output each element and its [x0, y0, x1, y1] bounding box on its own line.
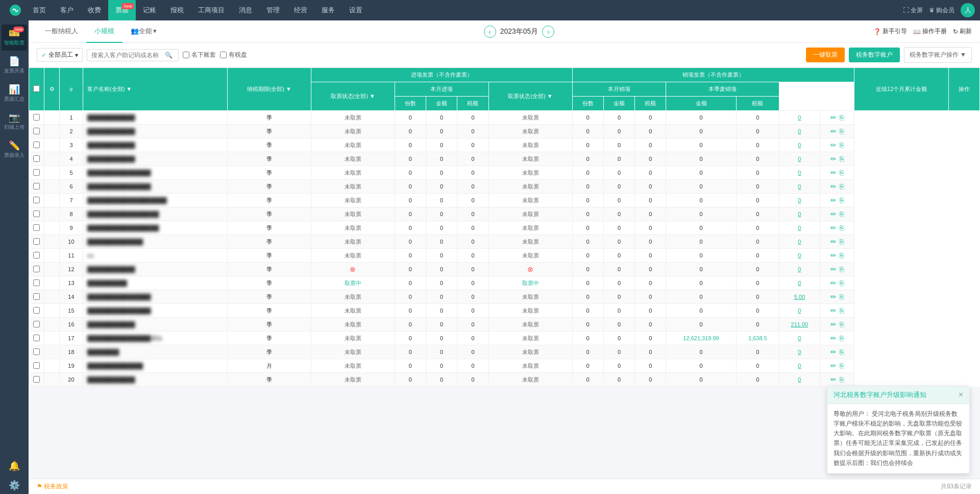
edit-icon[interactable]: ✏	[830, 196, 837, 204]
row-checkbox[interactable]	[33, 348, 40, 355]
customer-name-cell[interactable]: ████████████████通知	[83, 332, 227, 345]
customer-name-cell[interactable]: ████████████	[83, 152, 227, 166]
edit-icon[interactable]: ✏	[830, 155, 837, 163]
nav-customer[interactable]: 客户	[53, 0, 81, 20]
copy-icon[interactable]: ⎘	[840, 251, 844, 260]
customer-name-cell[interactable]: ██████████████████	[83, 221, 227, 235]
account-checkbox-label[interactable]: 名下账套	[183, 51, 216, 59]
search-icon[interactable]: 🔍	[165, 52, 173, 59]
copy-icon[interactable]: ⎘	[840, 113, 844, 122]
tab-small-scale[interactable]: 小规模	[86, 20, 122, 43]
row-checkbox[interactable]	[33, 114, 40, 121]
next-month-button[interactable]: ›	[542, 26, 554, 38]
customer-name-cell[interactable]: ████████████	[83, 125, 227, 138]
in-status-header[interactable]: 取票状态(全部) ▼	[311, 82, 395, 111]
nav-service[interactable]: 服务	[314, 0, 342, 20]
copy-icon[interactable]: ⎘	[840, 155, 844, 163]
customer-name-cell[interactable]: ██████████████████	[83, 207, 227, 221]
row-checkbox[interactable]	[33, 169, 40, 176]
digital-account-ops-button[interactable]: 税务数字账户操作 ▼	[904, 47, 972, 63]
copy-icon[interactable]: ⎘	[840, 279, 844, 287]
edit-icon[interactable]: ✏	[830, 293, 837, 301]
copy-icon[interactable]: ⎘	[840, 375, 844, 384]
row-checkbox[interactable]	[33, 376, 40, 383]
sidebar-item-notification[interactable]: 🔔	[2, 457, 27, 475]
sidebar-item-entry[interactable]: ✏️ 票据录入	[2, 137, 27, 163]
edit-icon[interactable]: ✏	[830, 182, 837, 191]
nav-tax[interactable]: 报税	[163, 0, 191, 20]
row-checkbox[interactable]	[33, 224, 40, 231]
customer-name-cell[interactable]: ████████████	[83, 318, 227, 332]
customer-name-cell[interactable]: ████████	[83, 345, 227, 359]
edit-icon[interactable]: ✏	[830, 348, 837, 356]
tab-general[interactable]: 一般纳税人	[37, 20, 86, 43]
row-checkbox[interactable]	[33, 293, 40, 300]
copy-icon[interactable]: ⎘	[840, 348, 844, 356]
copy-icon[interactable]: ⎘	[840, 307, 844, 315]
customer-name-cell[interactable]: ██████████████	[83, 235, 227, 249]
copy-icon[interactable]: ⎘	[840, 210, 844, 218]
customer-name-cell[interactable]: ████████████	[83, 263, 227, 276]
edit-icon[interactable]: ✏	[830, 307, 837, 315]
edit-icon[interactable]: ✏	[830, 265, 837, 273]
copy-icon[interactable]: ⎘	[840, 265, 844, 273]
row-checkbox[interactable]	[33, 142, 40, 148]
prev-month-button[interactable]: ‹	[484, 26, 496, 38]
tax-disk-checkbox-label[interactable]: 有税盘	[220, 51, 247, 59]
nav-home[interactable]: 首页	[26, 0, 53, 20]
nav-billing[interactable]: 收费	[81, 0, 108, 20]
select-all-checkbox[interactable]	[33, 85, 40, 92]
out-status-header[interactable]: 取票状态(全部) ▼	[488, 82, 572, 111]
row-checkbox[interactable]	[33, 252, 40, 258]
sidebar-item-open-invoice[interactable]: 📄 发票开具	[2, 53, 27, 79]
customer-name-cell[interactable]: ██████████	[83, 276, 227, 290]
nav-settings[interactable]: 设置	[342, 0, 370, 20]
edit-icon[interactable]: ✏	[830, 279, 837, 287]
sidebar-item-scan[interactable]: 📷 扫描上传	[2, 109, 27, 135]
nav-invoice[interactable]: 票据 new	[108, 0, 136, 20]
row-checkbox[interactable]	[33, 266, 40, 272]
edit-icon[interactable]: ✏	[830, 238, 837, 246]
row-checkbox[interactable]	[33, 183, 40, 190]
row-checkbox[interactable]	[33, 155, 40, 162]
edit-icon[interactable]: ✏	[830, 334, 837, 342]
manual-button[interactable]: 📖 操作手册	[913, 27, 947, 36]
nav-operation[interactable]: 经营	[287, 0, 314, 20]
edit-icon[interactable]: ✏	[830, 375, 837, 384]
copy-icon[interactable]: ⎘	[840, 182, 844, 191]
copy-icon[interactable]: ⎘	[840, 196, 844, 204]
tax-disk-checkbox[interactable]	[220, 52, 227, 58]
copy-icon[interactable]: ⎘	[840, 224, 844, 232]
copy-icon[interactable]: ⎘	[840, 169, 844, 177]
one-click-button[interactable]: 一键取票	[806, 48, 845, 62]
edit-icon[interactable]: ✏	[830, 210, 837, 218]
edit-icon[interactable]: ✏	[830, 224, 837, 232]
row-checkbox[interactable]	[33, 307, 40, 314]
customer-name-cell[interactable]: ████████████████	[83, 180, 227, 194]
edit-icon[interactable]: ✏	[830, 141, 837, 149]
copy-icon[interactable]: ⎘	[840, 293, 844, 301]
nav-bookkeeping[interactable]: 记账	[136, 0, 163, 20]
customer-name-cell[interactable]: ████████████	[83, 138, 227, 152]
employee-filter[interactable]: ✓ 全部员工 ▾	[37, 48, 83, 62]
row-checkbox[interactable]	[33, 362, 40, 369]
vip-button[interactable]: ♛ 购会员	[929, 6, 954, 15]
edit-icon[interactable]: ✏	[830, 362, 837, 370]
row-checkbox[interactable]	[33, 210, 40, 217]
notification-close-button[interactable]: ×	[959, 390, 963, 399]
row-checkbox[interactable]	[33, 279, 40, 286]
account-checkbox[interactable]	[183, 52, 189, 58]
row-checkbox[interactable]	[33, 321, 40, 327]
customer-name-header[interactable]: 客户名称(全部) ▼	[83, 68, 227, 111]
copy-icon[interactable]: ⎘	[840, 141, 844, 149]
nav-manage[interactable]: 管理	[259, 0, 287, 20]
edit-icon[interactable]: ✏	[830, 251, 837, 260]
sidebar-item-summary[interactable]: 📊 票据汇总	[2, 81, 27, 107]
tab-all[interactable]: 👥 全能 ▾	[122, 20, 165, 43]
edit-icon[interactable]: ✏	[830, 320, 837, 328]
sidebar-item-smart-invoice[interactable]: 🎫 智能取票 new	[2, 25, 27, 51]
refresh-button[interactable]: ↻ 刷新	[953, 27, 972, 36]
customer-name-cell[interactable]: ████████████	[83, 111, 227, 125]
customer-name-cell[interactable]: ████████████████████	[83, 194, 227, 207]
customer-name-cell[interactable]: ████████████████	[83, 290, 227, 304]
